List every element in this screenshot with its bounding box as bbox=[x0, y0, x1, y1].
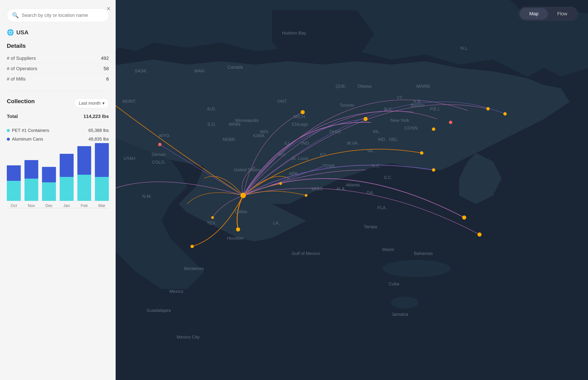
bar-stack bbox=[77, 146, 91, 201]
bar-label: Nov bbox=[28, 203, 35, 208]
collection-header: Collection Last month ▾ bbox=[7, 98, 109, 109]
search-input[interactable] bbox=[21, 13, 104, 18]
svg-point-19 bbox=[279, 182, 282, 185]
bar-segment-aluminum bbox=[7, 165, 21, 181]
bar-label: Feb bbox=[81, 203, 88, 208]
bar-segment-pet bbox=[7, 181, 21, 201]
svg-point-5 bbox=[364, 117, 368, 121]
svg-point-20 bbox=[305, 194, 307, 197]
dropdown-label: Last month bbox=[79, 101, 101, 106]
svg-point-11 bbox=[240, 193, 246, 198]
details-row: # of Suppliers492 bbox=[7, 53, 109, 64]
svg-point-16 bbox=[432, 168, 435, 172]
legend-list: PET #1 Containers65,388 lbsAluminum Cans… bbox=[7, 126, 109, 143]
svg-point-9 bbox=[503, 112, 507, 115]
bar-segment-pet bbox=[77, 175, 91, 201]
svg-point-7 bbox=[449, 121, 452, 124]
bar-stack bbox=[24, 160, 39, 201]
bar-segment-aluminum bbox=[42, 167, 56, 182]
bar-segment-pet bbox=[42, 182, 56, 201]
bar-label: Dec bbox=[45, 203, 53, 208]
bar-label: Mar bbox=[98, 203, 105, 208]
chevron-down-icon: ▾ bbox=[102, 101, 105, 106]
bar-segment-pet bbox=[24, 179, 39, 201]
legend-value: 48,835 lbs bbox=[88, 136, 109, 142]
bar-segment-aluminum bbox=[77, 146, 91, 175]
close-button[interactable]: × bbox=[107, 5, 111, 12]
details-val: 492 bbox=[101, 56, 109, 61]
bar-chart: Oct Nov Dec Jan Feb Mar bbox=[7, 150, 109, 208]
bar-label: Jan bbox=[63, 203, 70, 208]
details-key: # of Suppliers bbox=[7, 56, 36, 61]
bar-group: Oct bbox=[7, 165, 21, 208]
search-icon: 🔍 bbox=[12, 12, 19, 19]
details-key: # of Mills bbox=[7, 76, 25, 82]
details-val: 58 bbox=[104, 66, 109, 71]
bar-stack bbox=[60, 154, 74, 201]
legend-dot bbox=[7, 129, 10, 132]
bar-segment-aluminum bbox=[60, 154, 74, 177]
legend-label: Aluminum Cans bbox=[7, 136, 43, 142]
svg-point-1 bbox=[383, 260, 451, 277]
bar-stack bbox=[95, 143, 109, 201]
svg-point-17 bbox=[158, 143, 161, 146]
details-title: Details bbox=[7, 42, 109, 49]
svg-point-15 bbox=[477, 232, 482, 237]
legend-dot bbox=[7, 138, 10, 141]
sidebar-panel: × 🔍 🌐 USA Details # of Suppliers492# of … bbox=[0, 0, 116, 380]
svg-point-8 bbox=[486, 107, 490, 111]
view-toggle[interactable]: Map Flow bbox=[519, 7, 578, 21]
details-list: # of Suppliers492# of Operators58# of Mi… bbox=[7, 53, 109, 84]
bar-label: Oct bbox=[11, 203, 17, 208]
svg-point-4 bbox=[301, 110, 305, 114]
map-toggle-button[interactable]: Map bbox=[520, 8, 548, 19]
svg-point-12 bbox=[236, 228, 240, 231]
bar-segment-aluminum bbox=[24, 160, 39, 179]
section-divider bbox=[7, 91, 109, 91]
details-row: # of Operators58 bbox=[7, 64, 109, 74]
details-val: 6 bbox=[106, 76, 109, 82]
total-label: Total bbox=[7, 114, 18, 119]
collection-dropdown[interactable]: Last month ▾ bbox=[75, 98, 109, 108]
collection-total: Total 114,223 lbs bbox=[7, 114, 109, 123]
bar-segment-aluminum bbox=[95, 143, 109, 177]
bar-group: Nov bbox=[24, 160, 39, 208]
collection-title: Collection bbox=[7, 98, 35, 105]
details-key: # of Operators bbox=[7, 66, 37, 71]
bar-stack bbox=[42, 167, 56, 201]
bar-group: Jan bbox=[60, 154, 74, 208]
bar-stack bbox=[7, 165, 21, 201]
legend-item: PET #1 Containers65,388 lbs bbox=[7, 126, 109, 135]
location-name: USA bbox=[16, 29, 29, 36]
bar-group: Mar bbox=[95, 143, 109, 208]
svg-point-2 bbox=[391, 297, 418, 308]
svg-point-13 bbox=[190, 245, 194, 248]
svg-point-10 bbox=[420, 151, 423, 155]
chart-axis bbox=[7, 208, 109, 208]
svg-point-21 bbox=[211, 216, 214, 219]
svg-point-14 bbox=[462, 215, 466, 220]
legend-label: PET #1 Containers bbox=[7, 128, 49, 133]
bar-segment-pet bbox=[95, 177, 109, 201]
location-row: 🌐 USA bbox=[7, 29, 109, 36]
search-box[interactable]: 🔍 bbox=[7, 8, 109, 22]
legend-item: Aluminum Cans48,835 lbs bbox=[7, 135, 109, 143]
bar-segment-pet bbox=[60, 177, 74, 201]
details-row: # of Mills6 bbox=[7, 74, 109, 84]
total-value: 114,223 lbs bbox=[83, 114, 109, 119]
legend-value: 65,388 lbs bbox=[88, 128, 109, 133]
svg-point-6 bbox=[432, 128, 435, 131]
bar-group: Dec bbox=[42, 167, 56, 208]
globe-icon: 🌐 bbox=[7, 29, 14, 36]
bar-group: Feb bbox=[77, 146, 91, 208]
bars-area: Oct Nov Dec Jan Feb Mar bbox=[7, 150, 109, 208]
flow-toggle-button[interactable]: Flow bbox=[548, 8, 577, 19]
